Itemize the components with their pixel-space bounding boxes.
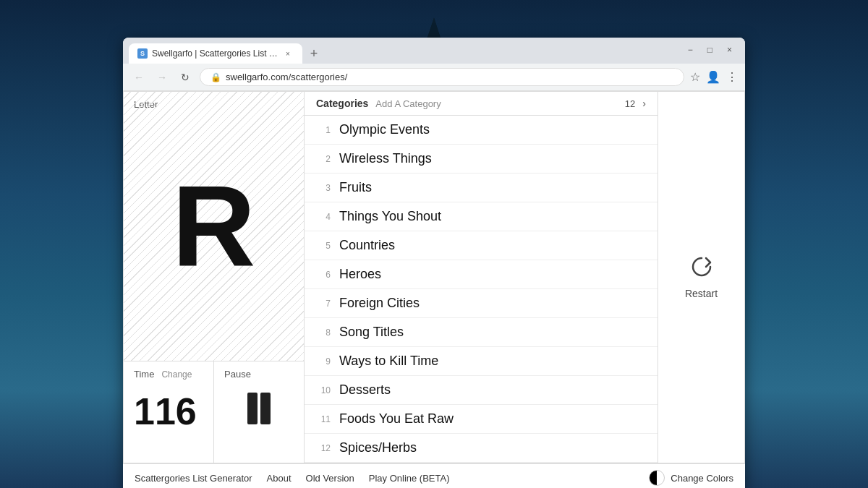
time-header: Time Change <box>134 369 203 380</box>
tab-favicon: S <box>137 48 148 59</box>
category-name: Countries <box>339 238 395 253</box>
footer-old-version-link[interactable]: Old Version <box>306 473 354 484</box>
tab-close-button[interactable]: × <box>282 48 294 59</box>
menu-icon[interactable]: ⋮ <box>726 70 738 84</box>
category-num: 3 <box>316 183 331 193</box>
category-name: Spices/Herbs <box>339 440 417 455</box>
list-item: 7 Foreign Cities <box>305 289 658 318</box>
restart-panel: Restart <box>658 92 744 463</box>
forward-button[interactable]: → <box>153 69 171 86</box>
pause-icon <box>247 393 271 424</box>
color-toggle-icon[interactable] <box>649 470 665 486</box>
category-name: Heroes <box>339 267 381 282</box>
category-num: 9 <box>316 356 331 367</box>
category-num: 4 <box>316 212 331 222</box>
category-name: Song Titles <box>339 325 404 340</box>
main-panel: Letter R Time Change 116 <box>123 91 745 463</box>
url-text: swellgarfo.com/scattergories/ <box>226 72 673 82</box>
category-name: Ways to Kill Time <box>339 354 438 369</box>
categories-panel: Categories Add A Category 12 › 1 Olympic… <box>305 92 658 463</box>
category-list: 1 Olympic Events 2 Wireless Things 3 Fru… <box>305 116 658 463</box>
back-button[interactable]: ← <box>130 69 148 86</box>
bookmark-icon[interactable]: ☆ <box>690 70 700 84</box>
category-num: 5 <box>316 241 331 251</box>
category-num: 12 <box>316 443 331 453</box>
footer-right: Change Colors <box>649 470 733 486</box>
list-item: 9 Ways to Kill Time <box>305 347 658 376</box>
category-name: Foods You Eat Raw <box>339 411 454 427</box>
category-name: Things You Shout <box>339 209 441 224</box>
list-item: 8 Song Titles <box>305 318 658 347</box>
minimize-button[interactable]: − <box>684 43 697 56</box>
category-num: 6 <box>316 270 331 280</box>
time-area: Time Change 116 <box>124 361 214 463</box>
profile-icon[interactable]: 👤 <box>706 70 720 84</box>
time-value: 116 <box>134 393 203 430</box>
time-header-label: Time <box>134 369 154 380</box>
change-time-link[interactable]: Change <box>161 369 192 380</box>
category-name: Desserts <box>339 382 391 398</box>
add-category-link[interactable]: Add A Category <box>375 98 441 109</box>
category-count: 12 <box>625 98 635 109</box>
category-name: Foreign Cities <box>339 296 420 311</box>
refresh-button[interactable]: ↻ <box>176 69 194 86</box>
tab-title: Swellgarfo | Scattergories List G... <box>152 48 278 59</box>
list-item: 2 Wireless Things <box>305 145 658 174</box>
footer-app-name: Scattergories List Generator <box>135 473 252 484</box>
footer: Scattergories List Generator About Old V… <box>123 463 745 488</box>
list-item: 5 Countries <box>305 231 658 260</box>
category-num: 10 <box>316 385 331 395</box>
category-name: Wireless Things <box>339 151 432 166</box>
tab-bar: S Swellgarfo | Scattergories List G... ×… <box>123 38 745 64</box>
pause-bar-left <box>247 393 258 424</box>
list-item: 11 Foods You Eat Raw <box>305 405 658 434</box>
list-item: 1 Olympic Events <box>305 116 658 145</box>
pause-bar-right <box>260 393 271 424</box>
list-item: 6 Heroes <box>305 260 658 289</box>
close-button[interactable]: × <box>723 43 736 56</box>
change-colors-link[interactable]: Change Colors <box>671 473 733 484</box>
categories-label: Categories <box>316 98 368 109</box>
list-item: 10 Desserts <box>305 376 658 405</box>
timer-section: Time Change 116 Pause <box>124 361 304 463</box>
pause-area: Pause <box>214 361 304 463</box>
letter-section: Letter R <box>124 92 304 361</box>
active-tab[interactable]: S Swellgarfo | Scattergories List G... × <box>129 43 302 64</box>
footer-play-online-link[interactable]: Play Online (BETA) <box>369 473 450 484</box>
footer-about-link[interactable]: About <box>267 473 292 484</box>
list-item: 4 Things You Shout <box>305 202 658 231</box>
window-controls: − □ × <box>684 43 736 56</box>
app: Letter R Time Change 116 <box>123 91 745 488</box>
restart-icon[interactable] <box>690 255 713 283</box>
restart-label[interactable]: Restart <box>685 288 718 299</box>
category-num: 1 <box>316 125 331 135</box>
category-num: 2 <box>316 154 331 164</box>
list-item: 3 Fruits <box>305 174 658 202</box>
letter-display: R <box>124 92 304 361</box>
pause-label: Pause <box>224 369 294 380</box>
expand-icon[interactable]: › <box>642 98 646 109</box>
categories-header: Categories Add A Category 12 › <box>305 92 658 116</box>
maximize-button[interactable]: □ <box>703 43 717 56</box>
url-bar[interactable]: 🔒 swellgarfo.com/scattergories/ <box>200 68 684 86</box>
new-tab-button[interactable]: + <box>304 43 324 64</box>
category-num: 8 <box>316 328 331 338</box>
category-num: 11 <box>316 414 331 424</box>
lock-icon: 🔒 <box>210 72 221 82</box>
browser-window: S Swellgarfo | Scattergories List G... ×… <box>123 38 745 488</box>
category-num: 7 <box>316 299 331 309</box>
pause-button[interactable] <box>224 393 294 424</box>
category-name: Fruits <box>339 180 372 195</box>
category-name: Olympic Events <box>339 122 430 137</box>
address-bar: ← → ↻ 🔒 swellgarfo.com/scattergories/ ☆ … <box>123 64 745 91</box>
left-panel: Letter R Time Change 116 <box>124 92 305 463</box>
app-content: Letter R Time Change 116 <box>123 91 745 488</box>
list-item: 12 Spices/Herbs <box>305 434 658 463</box>
